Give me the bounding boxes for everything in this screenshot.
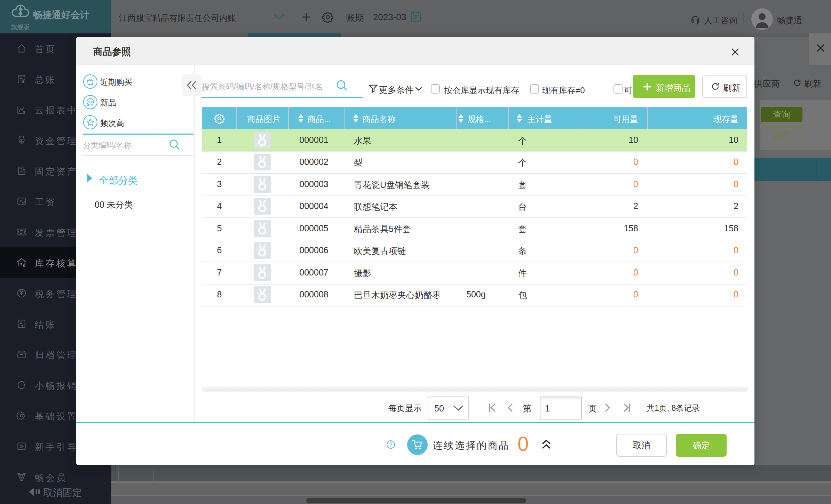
svg-text:new: new: [88, 100, 93, 104]
